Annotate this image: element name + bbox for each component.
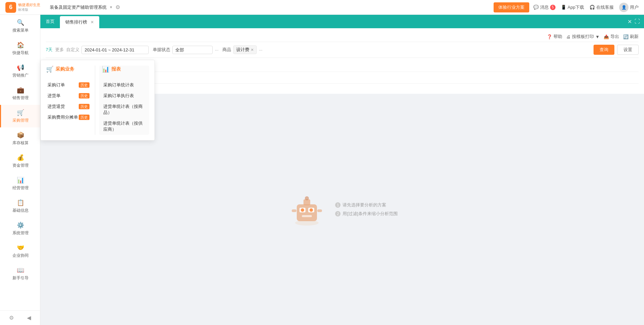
system-title-area: 装备及固定资产辅助管理系统 ▼ ⚙ xyxy=(50,4,490,10)
refresh-label: 刷新 xyxy=(630,34,639,40)
sidebar-label-operation: 经营管理 xyxy=(12,185,29,191)
settings-icon[interactable]: ⚙ xyxy=(115,4,120,10)
svg-rect-9 xyxy=(292,209,296,212)
date-7days[interactable]: 7天 xyxy=(46,47,52,52)
title-dropdown-arrow[interactable]: ▼ xyxy=(109,5,113,9)
tab-home[interactable]: 首页 xyxy=(40,15,60,28)
logo-area: 6 畅捷通好生意 标准版 xyxy=(5,2,46,13)
sidebar-item-capital[interactable]: 💰 资金管理 xyxy=(0,150,40,172)
svg-point-4 xyxy=(301,208,304,212)
sidebar-label-basic: 基础信息 xyxy=(12,208,29,213)
filter-row-1: 7天 更多 自定义 单据状态 全部 ··· xyxy=(46,42,639,57)
logo-icon: 6 xyxy=(5,2,16,13)
purchase-col-title: 采购业务 xyxy=(56,66,74,72)
export-icon: 📤 xyxy=(604,34,609,39)
hint2-num: 2 xyxy=(335,211,341,216)
logo-line1: 畅捷通好生意 xyxy=(18,2,40,7)
purchase-expense-item[interactable]: 采购费用分摊单 历史 xyxy=(46,112,91,123)
purchase-order-history[interactable]: 历史 xyxy=(79,82,90,88)
svg-point-8 xyxy=(305,196,309,200)
goods-ellipsis[interactable]: ··· xyxy=(259,47,262,52)
tab-close-window-icon[interactable]: ✕ xyxy=(628,18,632,25)
query-button[interactable]: 查询 xyxy=(594,45,614,55)
purchase-return-history[interactable]: 历史 xyxy=(79,104,90,109)
inventory-icon: 📦 xyxy=(17,131,24,139)
sidebar-label-marketing: 营销推广 xyxy=(12,73,29,78)
refresh-btn[interactable]: 🔄 刷新 xyxy=(623,34,639,40)
message-icon: 💬 xyxy=(533,5,539,10)
purchase-icon: 🛒 xyxy=(17,109,24,116)
sidebar-item-enterprise[interactable]: 🤝 企业协同 xyxy=(0,240,40,262)
sidebar-item-system[interactable]: ⚙️ 系统管理 xyxy=(0,217,40,240)
export-btn[interactable]: 📤 导出 xyxy=(604,34,619,40)
report-instock-goods-item[interactable]: 进货单统计表（按商品） xyxy=(102,101,147,118)
print-btn[interactable]: 🖨 按模板打印 ▼ xyxy=(566,34,600,40)
sidebar-item-inventory[interactable]: 📦 库存核算 xyxy=(0,127,40,150)
set-button[interactable]: 设置 xyxy=(617,45,639,55)
app-download-btn[interactable]: 📱 App下载 xyxy=(561,4,584,10)
tab-close-icon[interactable]: ✕ xyxy=(91,20,94,25)
report-col-title: 报表 xyxy=(111,66,121,72)
sidebar-label-system: 系统管理 xyxy=(12,230,29,236)
purchase-expense-label: 采购费用分摊单 xyxy=(47,114,78,120)
goods-label: 商品 xyxy=(222,47,231,53)
bottom-collapse-icon[interactable]: ◀ xyxy=(27,315,31,321)
user-area[interactable]: 👤 用户 xyxy=(619,3,639,12)
top-bar: 6 畅捷通好生意 标准版 装备及固定资产辅助管理系统 ▼ ⚙ 体验行业方案 💬 … xyxy=(0,0,644,15)
help-label: 帮助 xyxy=(553,34,562,40)
hint1-num: 1 xyxy=(335,202,341,208)
purchase-instock-item[interactable]: 进货单 历史 xyxy=(46,90,91,101)
purchase-order-label: 采购订单 xyxy=(47,82,65,88)
tab-maximize-icon[interactable]: ⛶ xyxy=(635,18,640,25)
goods-tag-remove[interactable]: ✕ xyxy=(251,48,254,52)
sidebar-item-operation[interactable]: 📊 经营管理 xyxy=(0,172,40,195)
goods-tag: 设计费 ✕ xyxy=(233,45,257,54)
toolbar-right: ❓ 帮助 🖨 按模板打印 ▼ 📤 导出 🔄 xyxy=(547,34,639,40)
goods-group: 商品 设计费 ✕ ··· xyxy=(222,45,262,54)
date-more[interactable]: 更多 xyxy=(55,47,64,52)
tab-bar-right: ✕ ⛶ xyxy=(628,18,644,25)
logo-text-block: 畅捷通好生意 标准版 xyxy=(18,2,40,12)
sidebar-item-sales[interactable]: 💼 销售管理 xyxy=(0,82,40,105)
headset-icon: 🎧 xyxy=(589,5,595,10)
sidebar-item-search[interactable]: 🔍 搜索菜单 xyxy=(0,15,40,37)
voucher-status-select[interactable]: 全部 xyxy=(172,46,213,54)
sidebar-item-purchase[interactable]: 🛒 采购管理 xyxy=(0,105,40,127)
svg-rect-6 xyxy=(302,215,312,217)
sidebar-item-marketing[interactable]: 📢 营销推广 xyxy=(0,60,40,82)
bottom-settings-icon[interactable]: ⚙ xyxy=(9,315,14,321)
svg-rect-1 xyxy=(297,204,317,221)
report-instock-supplier-item[interactable]: 进货单统计表（按供应商） xyxy=(102,118,147,135)
purchase-instock-history[interactable]: 历史 xyxy=(79,93,90,98)
print-icon: 🖨 xyxy=(566,34,571,39)
print-label: 按模板打印 xyxy=(572,34,594,40)
date-custom[interactable]: 自定义 xyxy=(66,47,79,52)
report-order-exec-item[interactable]: 采购订单执行表 xyxy=(102,90,147,101)
sidebar-item-basic[interactable]: 📋 基础信息 xyxy=(0,195,40,217)
purchase-order-item[interactable]: 采购订单 历史 xyxy=(46,80,91,90)
sidebar-label-sales: 销售管理 xyxy=(12,95,29,101)
goods-tag-text: 设计费 xyxy=(236,47,249,53)
purchase-expense-history[interactable]: 历史 xyxy=(79,115,90,120)
sidebar-item-guide[interactable]: 📖 新手引导 xyxy=(0,262,40,285)
message-btn[interactable]: 💬 消息 5 xyxy=(533,4,556,10)
sidebar: 🔍 搜索菜单 🏠 快捷导航 📢 营销推广 💼 销售管理 🛒 采购管理 📦 xyxy=(0,15,40,325)
user-avatar: 👤 xyxy=(619,3,629,12)
system-icon: ⚙️ xyxy=(17,221,24,229)
voucher-status-ellipsis[interactable]: ··· xyxy=(215,47,218,52)
online-service-btn[interactable]: 🎧 在线客服 xyxy=(589,4,614,10)
report-order-stat-item[interactable]: 采购订单统计表 xyxy=(102,80,147,90)
report-instock-goods-label: 进货单统计表（按商品） xyxy=(103,104,145,116)
capital-icon: 💰 xyxy=(17,154,24,161)
industry-btn[interactable]: 体验行业方案 xyxy=(494,2,529,12)
report-col-header: 📊 报表 xyxy=(102,66,147,76)
help-btn[interactable]: ❓ 帮助 xyxy=(547,34,562,40)
print-dropdown-icon: ▼ xyxy=(595,34,600,39)
tab-ranking[interactable]: 销售排行榜 ✕ xyxy=(60,16,99,28)
sidebar-item-quick[interactable]: 🏠 快捷导航 xyxy=(0,37,40,60)
tab-ranking-label: 销售排行榜 xyxy=(65,19,87,25)
hint2-text: 用[过滤]条件来缩小分析范围 xyxy=(343,209,397,218)
purchase-return-item[interactable]: 进货退货 历史 xyxy=(46,101,91,112)
sidebar-label-quick: 快捷导航 xyxy=(12,50,29,56)
date-range-input[interactable] xyxy=(81,46,149,54)
